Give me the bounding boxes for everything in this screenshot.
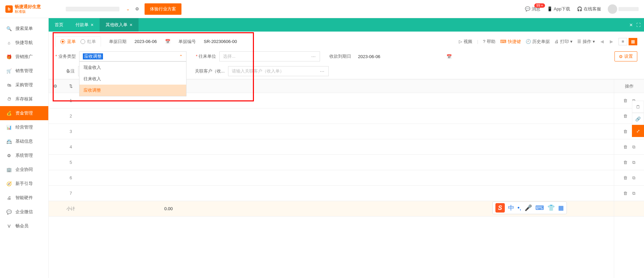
delete-icon[interactable]: 🗑	[623, 175, 628, 180]
sidebar-item-purchase[interactable]: 🛍采购管理	[0, 78, 48, 92]
table-row[interactable]: 5	[49, 155, 614, 170]
toolbar-shortcut[interactable]: ⌨快捷键	[500, 39, 521, 45]
settings-button[interactable]: ⚙ 设置	[614, 51, 637, 61]
sidebar-item-label: 搜索菜单	[15, 26, 33, 32]
dropdown-option-ar-adjust[interactable]: 应收调整	[79, 85, 186, 96]
settings-label: 设置	[624, 53, 633, 59]
tab-other-income[interactable]: 其他收入单✕	[100, 18, 139, 32]
ime-lang-indicator[interactable]: 中	[508, 204, 514, 212]
app-download-link[interactable]: 📱 App下载	[547, 6, 570, 12]
messages-link[interactable]: 💬 消息 99 +	[525, 6, 540, 12]
copy-icon[interactable]: ⧉	[632, 191, 635, 196]
view-card-toggle[interactable]: ▦	[629, 38, 637, 45]
side-tool-link-icon[interactable]: 🔗	[632, 113, 644, 125]
sidebar-item-wechat[interactable]: 💬企业微信	[0, 205, 48, 219]
ime-punct-icon[interactable]: •,	[518, 204, 521, 212]
sidebar-item-member[interactable]: V畅会员	[0, 219, 48, 233]
close-icon[interactable]: ✕	[91, 23, 94, 27]
sidebar-item-funds[interactable]: 💰资金管理	[0, 106, 48, 120]
side-tools: 🗒 🔗 ⤢	[632, 101, 644, 137]
tab-close-all-icon[interactable]: ✕	[629, 22, 633, 28]
dropdown-option-comingoing[interactable]: 往来收入	[79, 73, 186, 85]
sidebar-item-system[interactable]: ⚙系统管理	[0, 148, 48, 163]
ime-toolbar[interactable]: S 中 •, 🎤 ⌨ 👕 ▦	[492, 201, 567, 214]
chevron-down-icon: ⌄	[126, 6, 130, 11]
ime-menu-icon[interactable]: ▦	[558, 204, 564, 212]
sidebar-item-basicinfo[interactable]: 📇基础信息	[0, 134, 48, 148]
delete-icon[interactable]: 🗑	[623, 144, 628, 149]
pager-next-icon[interactable]: ▶	[609, 39, 614, 44]
online-service-link[interactable]: 🎧 在线客服	[577, 6, 601, 12]
delete-icon[interactable]: 🗑	[623, 129, 628, 134]
side-tool-note-icon[interactable]: 🗒	[632, 101, 644, 113]
radio-red-bill[interactable]: 红单	[80, 39, 96, 45]
calendar-icon[interactable]: 📅	[165, 39, 170, 44]
table-header-sort[interactable]: ⇅	[62, 84, 79, 89]
trial-industry-button[interactable]: 体验行业方案	[145, 3, 181, 15]
toolbar-print[interactable]: 🖨打印▾	[554, 39, 573, 45]
related-customer-input[interactable]: 请输入关联客户（收入单） ⋯	[228, 66, 329, 76]
gear-icon: ⚙	[619, 54, 623, 59]
toolbar-operate[interactable]: ☰操作▾	[577, 39, 595, 45]
view-list-toggle[interactable]: ≡	[619, 38, 627, 45]
sidebar-item-inventory[interactable]: ⏱库存核算	[0, 92, 48, 106]
copy-icon[interactable]: ⧉	[632, 160, 635, 165]
delete-icon[interactable]: 🗑	[623, 113, 628, 119]
side-tool-expand-icon[interactable]: ⤢	[632, 125, 644, 137]
sidebar-item-quicknav[interactable]: ⌂快捷导航	[0, 36, 48, 50]
keyboard-icon: ⌨	[500, 39, 506, 44]
user-avatar[interactable]	[608, 4, 639, 14]
toolbar-help[interactable]: ?帮助	[483, 39, 495, 45]
tab-payment[interactable]: 付款单✕	[69, 18, 100, 32]
delete-icon[interactable]: 🗑	[623, 191, 628, 196]
top-bar: b 畅捷通好生意 标准版 ⌄ ⚙ 体验行业方案 💬 消息 99 + 📱 App下…	[0, 0, 644, 18]
radio-blue-bill[interactable]: 蓝单	[60, 39, 76, 45]
table-row[interactable]: 3	[49, 124, 614, 139]
sidebar-item-marketing[interactable]: 🎁营销推广	[0, 50, 48, 64]
toolbar-history[interactable]: 🕘历史单据	[526, 39, 550, 45]
copy-icon[interactable]: ⧉	[632, 144, 635, 150]
copy-icon[interactable]: ⧉	[632, 175, 635, 181]
delete-icon[interactable]: 🗑	[623, 98, 628, 103]
unit-label: 往来单位	[196, 53, 216, 59]
ime-mic-icon[interactable]: 🎤	[525, 204, 532, 212]
more-dots-icon[interactable]: ⋯	[320, 69, 325, 74]
brand-name: 畅捷通好生意	[15, 4, 41, 9]
dropdown-option-cash[interactable]: 现金收入	[79, 62, 186, 73]
sidebar-item-search[interactable]: 🔍搜索菜单	[0, 21, 48, 36]
messages-badge: 99 +	[534, 3, 545, 8]
biztype-select[interactable]: 应收调整 ⌃ 现金收入 往来收入 应收调整	[79, 51, 186, 61]
ime-skin-icon[interactable]: 👕	[547, 204, 555, 212]
table-row[interactable]: 2	[49, 108, 614, 124]
sidebar-item-sales[interactable]: 🛒销售管理	[0, 64, 48, 78]
sidebar-item-label: 销售管理	[15, 68, 33, 74]
sidebar-item-enterprise[interactable]: 🏢企业协同	[0, 163, 48, 177]
vip-icon: V	[6, 224, 12, 229]
more-dots-icon[interactable]: ⋯	[311, 54, 316, 59]
settings-gear-icon[interactable]: ⚙	[135, 6, 139, 11]
calendar-icon[interactable]: 📅	[446, 54, 452, 59]
tab-home[interactable]: 首页	[49, 18, 69, 32]
table-settings-icon[interactable]: ⚙	[49, 84, 62, 89]
sidebar-item-operation[interactable]: 📊经营管理	[0, 120, 48, 134]
bill-code-label: 单据编号	[178, 39, 196, 45]
ime-keyboard-icon[interactable]: ⌨	[535, 204, 544, 212]
close-icon[interactable]: ✕	[129, 23, 132, 27]
delete-icon[interactable]: 🗑	[623, 160, 628, 165]
radio-label: 蓝单	[67, 39, 76, 45]
table-row[interactable]: 6	[49, 170, 614, 186]
sidebar-item-guide[interactable]: 🧭新手引导	[0, 177, 48, 191]
bill-date-value[interactable]: 2023-06-06	[135, 39, 157, 44]
bag-icon: 🛍	[6, 83, 12, 88]
company-selector[interactable]: ⌄	[66, 6, 130, 11]
due-date-input[interactable]: 2023-06-06 📅	[355, 51, 455, 61]
toolbar-video[interactable]: ▷视频	[459, 39, 472, 45]
tab-expand-icon[interactable]: ⛶	[636, 22, 641, 28]
detail-table: ⚙ ⇅ 收 1234567 小计 0.00	[49, 79, 644, 278]
sidebar-item-hardware[interactable]: 🖨智能硬件	[0, 191, 48, 205]
related-customer-placeholder: 请输入关联客户（收入单）	[232, 68, 284, 74]
table-row[interactable]: 7	[49, 186, 614, 201]
unit-select[interactable]: 选择... ⋯	[219, 51, 320, 61]
table-row[interactable]: 4	[49, 139, 614, 155]
pager-prev-icon[interactable]: ◀	[600, 39, 604, 44]
